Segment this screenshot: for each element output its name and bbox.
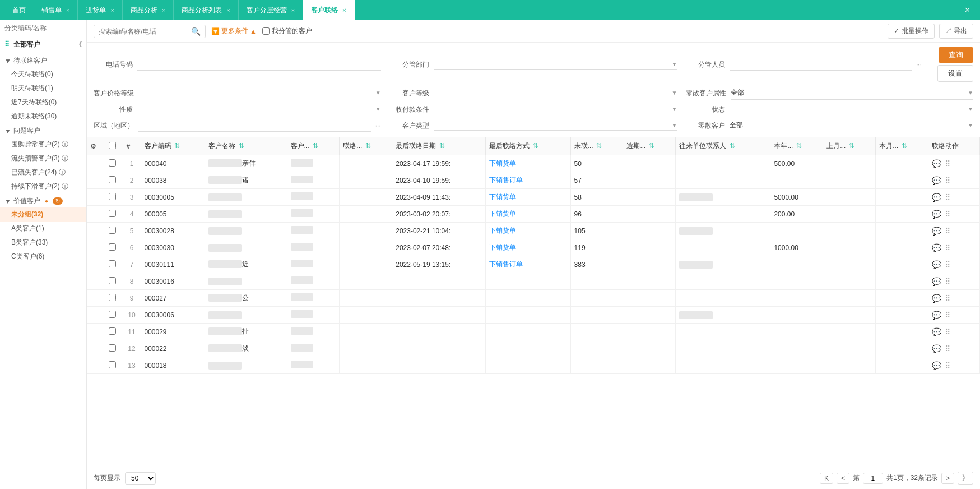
- manager-dots[interactable]: ···: [916, 61, 922, 68]
- col-last-month[interactable]: 上月... ⇅: [823, 137, 876, 155]
- sidebar-item-overdue[interactable]: 逾期未联络(30): [0, 109, 86, 123]
- sidebar-item-hoard-anomaly[interactable]: 囤购异常客户(2) ⓘ: [0, 137, 86, 151]
- region-dots[interactable]: ···: [375, 122, 381, 130]
- nav-tab-sales[interactable]: 销售单 ×: [34, 0, 78, 20]
- row-checkbox[interactable]: [109, 176, 116, 183]
- next-page-button[interactable]: >: [941, 473, 954, 484]
- nature-select[interactable]: ▼: [137, 104, 381, 114]
- grid-action-icon[interactable]: ⠿: [945, 243, 950, 252]
- row-checkbox[interactable]: [109, 327, 116, 335]
- filter-search-input[interactable]: [99, 27, 188, 35]
- col-settings[interactable]: ⚙: [87, 137, 105, 155]
- payment-select[interactable]: ▼: [434, 104, 677, 114]
- dept-select[interactable]: ▼: [434, 59, 677, 70]
- grid-action-icon[interactable]: ⠿: [945, 176, 950, 185]
- nav-tab-analysis-list[interactable]: 商品分析列表 ×: [174, 0, 238, 20]
- cell-checkbox[interactable]: [105, 206, 123, 223]
- page-number-input[interactable]: [863, 473, 883, 484]
- close-customer-contact-icon[interactable]: ×: [342, 7, 346, 13]
- cell-checkbox[interactable]: [105, 155, 123, 172]
- retail-attr-select[interactable]: 全部 ▼: [731, 86, 973, 100]
- nav-tab-customer-segment[interactable]: 客户分层经营 ×: [239, 0, 303, 20]
- row-checkbox[interactable]: [109, 260, 116, 267]
- row-checkbox[interactable]: [109, 344, 116, 352]
- chat-icon[interactable]: 💬: [932, 260, 941, 269]
- chat-icon[interactable]: 💬: [932, 311, 941, 320]
- prev-page-button[interactable]: <: [837, 473, 849, 484]
- close-analysis-list-icon[interactable]: ×: [226, 7, 230, 13]
- last-method-link[interactable]: 下销售订单: [489, 260, 523, 268]
- last-method-link[interactable]: 下销货单: [489, 243, 516, 251]
- my-customers-checkbox[interactable]: 我分管的客户: [262, 26, 312, 36]
- sidebar-item-classA[interactable]: A类客户(1): [0, 222, 86, 236]
- close-customer-segment-icon[interactable]: ×: [291, 7, 295, 13]
- customer-type-select[interactable]: ▼: [434, 121, 677, 131]
- chat-icon[interactable]: 💬: [932, 344, 941, 353]
- chat-icon[interactable]: 💬: [932, 193, 941, 202]
- close-purchase-icon[interactable]: ×: [110, 7, 114, 13]
- cell-checkbox[interactable]: [105, 239, 123, 256]
- close-all-button[interactable]: ×: [959, 5, 976, 15]
- query-button[interactable]: 查询: [939, 47, 973, 63]
- cell-checkbox[interactable]: [105, 324, 123, 340]
- col-code[interactable]: 客户编码 ⇅: [141, 137, 205, 155]
- sidebar-item-churn-warning[interactable]: 流失预警客户(3) ⓘ: [0, 151, 86, 165]
- grid-action-icon[interactable]: ⠿: [945, 210, 950, 219]
- batch-operation-button[interactable]: ✓ 批量操作: [888, 24, 934, 39]
- retail-customer-select[interactable]: 全部 ▼: [730, 119, 973, 132]
- grid-action-icon[interactable]: ⠿: [945, 260, 950, 269]
- first-page-button[interactable]: K: [820, 473, 833, 484]
- chat-icon[interactable]: 💬: [932, 277, 941, 286]
- sidebar-item-today[interactable]: 今天待联络(0): [0, 67, 86, 81]
- close-sales-icon[interactable]: ×: [66, 7, 69, 13]
- row-checkbox[interactable]: [109, 210, 116, 217]
- sidebar-item-classC[interactable]: C类客户(6): [0, 250, 86, 264]
- col-last-method[interactable]: 最后联络方式 ⇅: [486, 137, 570, 155]
- nav-tab-analysis[interactable]: 商品分析 ×: [123, 0, 174, 20]
- phone-input[interactable]: [137, 59, 381, 71]
- customer-grade-select[interactable]: ▼: [434, 88, 677, 98]
- grid-action-icon[interactable]: ⠿: [945, 227, 950, 236]
- select-all-checkbox[interactable]: [109, 142, 116, 149]
- reset-button[interactable]: 设置: [937, 65, 973, 82]
- cell-checkbox[interactable]: [105, 223, 123, 239]
- grid-action-icon[interactable]: ⠿: [945, 311, 950, 320]
- col-name[interactable]: 客户名称 ⇅: [205, 137, 287, 155]
- nav-tab-customer-contact[interactable]: 客户联络 ×: [303, 0, 354, 20]
- price-grade-select[interactable]: ▼: [138, 88, 381, 98]
- cell-checkbox[interactable]: [105, 172, 123, 189]
- col-this-month[interactable]: 本月... ⇅: [876, 137, 928, 155]
- manager-input[interactable]: [730, 59, 912, 71]
- last-method-link[interactable]: 下销货单: [489, 159, 516, 167]
- col-company-contact[interactable]: 往来单位联系人 ⇅: [676, 137, 770, 155]
- chat-icon[interactable]: 💬: [932, 176, 941, 185]
- cell-checkbox[interactable]: [105, 273, 123, 290]
- region-input[interactable]: [138, 120, 371, 132]
- sidebar-item-unclassified[interactable]: 未分组(32): [0, 207, 86, 222]
- chat-icon[interactable]: 💬: [932, 294, 941, 303]
- collapse-icon[interactable]: 《: [76, 40, 82, 49]
- chat-icon[interactable]: 💬: [932, 210, 941, 219]
- grid-action-icon[interactable]: ⠿: [945, 159, 950, 168]
- row-checkbox[interactable]: [109, 243, 116, 251]
- chat-icon[interactable]: 💬: [932, 227, 941, 236]
- row-checkbox[interactable]: [109, 159, 116, 167]
- cell-checkbox[interactable]: [105, 189, 123, 206]
- sidebar-item-churned[interactable]: 已流失客户(24) ⓘ: [0, 165, 86, 179]
- row-checkbox[interactable]: [109, 311, 116, 318]
- grid-action-icon[interactable]: ⠿: [945, 327, 950, 336]
- page-size-select[interactable]: 50 100 200: [125, 472, 156, 485]
- col-last-date[interactable]: 最后联络日期 ⇅: [392, 137, 486, 155]
- grid-action-icon[interactable]: ⠿: [945, 193, 950, 202]
- col-overdue[interactable]: 逾期... ⇅: [623, 137, 676, 155]
- group-problem-customers[interactable]: ▼ 问题客户: [0, 123, 86, 137]
- cell-checkbox[interactable]: [105, 256, 123, 273]
- col-checkbox[interactable]: [105, 137, 123, 155]
- sidebar-item-classB[interactable]: B类客户(33): [0, 236, 86, 250]
- grid-action-icon[interactable]: ⠿: [945, 294, 950, 303]
- chat-icon[interactable]: 💬: [932, 243, 941, 252]
- chat-icon[interactable]: 💬: [932, 361, 941, 370]
- my-customers-checkbox-input[interactable]: [262, 27, 270, 35]
- sidebar-item-declining[interactable]: 持续下滑客户(2) ⓘ: [0, 179, 86, 193]
- chat-icon[interactable]: 💬: [932, 327, 941, 336]
